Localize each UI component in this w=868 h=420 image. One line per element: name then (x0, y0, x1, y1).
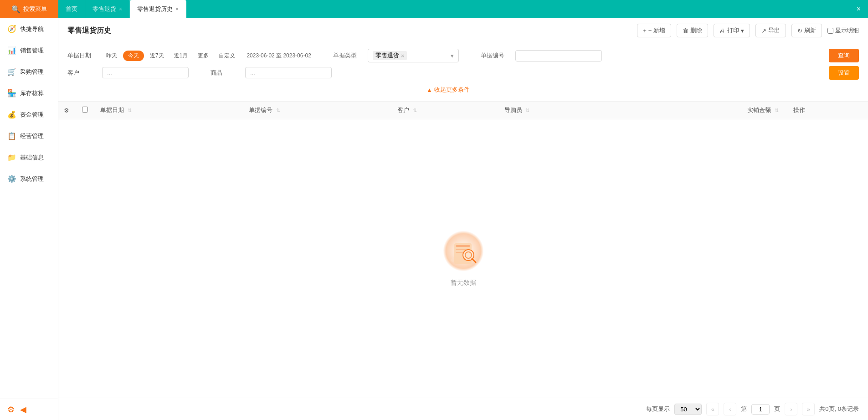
sidebar-item-operations[interactable]: 📋 经营管理 (0, 125, 58, 147)
filter-actions: 查询 设置 (829, 49, 859, 80)
new-icon: + (643, 27, 647, 34)
voucher-filter-input[interactable] (515, 50, 602, 61)
col-date-label: 单据日期 (100, 107, 124, 113)
sales-icon: 📊 (7, 46, 16, 55)
col-action-label: 操作 (793, 107, 805, 113)
search-menu-btn[interactable]: 🔍 搜索菜单 (0, 0, 58, 18)
table-header: ⚙ 单据日期 ⇅ 单据编号 ⇅ 客户 ⇅ (58, 102, 868, 119)
col-amount-sort-icon: ⇅ (775, 108, 779, 113)
tab-retail-return[interactable]: 零售退货 × (85, 0, 130, 18)
sidebar-item-purchase[interactable]: 🛒 采购管理 (0, 61, 58, 82)
col-date-sort-icon: ⇅ (128, 108, 132, 113)
voucher-filter-label: 单据编号 (481, 51, 508, 60)
settings-gear-icon[interactable]: ⚙ (7, 405, 15, 415)
refresh-button[interactable]: ↻ 刷新 (791, 24, 822, 37)
date-btn-custom[interactable]: 自定义 (215, 51, 239, 61)
col-number-label: 单据编号 (249, 107, 272, 113)
col-amount[interactable]: 实销金额 ⇅ (627, 102, 788, 119)
table-area: ⚙ 单据日期 ⇅ 单据编号 ⇅ 客户 ⇅ (58, 102, 868, 398)
customer-filter-input[interactable] (102, 67, 189, 78)
new-button[interactable]: + + 新增 (637, 24, 671, 37)
sidebar: 🧭 快捷导航 📊 销售管理 🛒 采购管理 🏪 库存核算 💰 资金管理 📋 经营管… (0, 18, 58, 420)
export-label: 导出 (768, 26, 780, 35)
operations-icon: 📋 (7, 132, 16, 140)
date-btn-1month[interactable]: 近1月 (170, 51, 192, 61)
filter-row-wrap: 单据日期 昨天 今天 近7天 近1月 更多 自定义 2023-06-02 至 2… (67, 49, 859, 96)
sidebar-item-sales-label: 销售管理 (20, 46, 44, 55)
svg-rect-2 (456, 245, 470, 247)
col-guide[interactable]: 导购员 ⇅ (499, 102, 627, 119)
empty-state: 暂无数据 (58, 119, 868, 398)
refresh-icon: ↻ (797, 27, 802, 34)
col-number-sort-icon: ⇅ (276, 108, 280, 113)
tab-home[interactable]: 首页 (58, 0, 85, 18)
col-settings[interactable]: ⚙ (58, 102, 77, 119)
sidebar-item-quick-nav-label: 快捷导航 (20, 25, 44, 33)
per-page-label: 每页显示 (646, 405, 670, 413)
prev-page-btn[interactable]: ‹ (724, 403, 736, 415)
content-area: 零售退货历史 + + 新增 🗑 删除 🖨 打印 ▾ ↗ 导出 (58, 18, 868, 420)
date-btn-today[interactable]: 今天 (123, 51, 144, 61)
tab-retail-return-history[interactable]: 零售退货历史 × (130, 0, 186, 18)
col-checkbox[interactable] (77, 102, 95, 119)
sidebar-item-finance[interactable]: 💰 资金管理 (0, 104, 58, 125)
purchase-icon: 🛒 (7, 67, 16, 76)
sidebar-item-basics[interactable]: 📁 基础信息 (0, 147, 58, 168)
col-customer-label: 客户 (397, 107, 409, 113)
collapse-label: 收起更多条件 (434, 86, 470, 94)
page-size-select[interactable]: 50 100 200 (674, 404, 702, 415)
print-arrow-icon: ▾ (741, 27, 744, 34)
print-button[interactable]: 🖨 打印 ▾ (714, 24, 750, 37)
filter-row-1: 单据日期 昨天 今天 近7天 近1月 更多 自定义 2023-06-02 至 2… (67, 49, 829, 62)
tab-retail-return-close[interactable]: × (119, 6, 122, 12)
first-page-btn[interactable]: « (706, 403, 719, 415)
filter-settings-button[interactable]: 设置 (829, 66, 859, 80)
select-all-checkbox[interactable] (82, 107, 88, 113)
type-filter-tag-remove[interactable]: × (401, 52, 405, 59)
date-btn-7days[interactable]: 近7天 (146, 51, 168, 61)
search-menu-label: 搜索菜单 (23, 5, 47, 13)
window-close-btn[interactable]: × (857, 5, 868, 13)
date-buttons: 昨天 今天 近7天 近1月 更多 自定义 (102, 51, 239, 61)
date-btn-more[interactable]: 更多 (194, 51, 213, 61)
col-action: 操作 (788, 102, 868, 119)
date-filter-label: 单据日期 (67, 51, 95, 60)
page-number-input[interactable] (751, 404, 770, 415)
col-customer[interactable]: 客户 ⇅ (392, 102, 499, 119)
delete-button[interactable]: 🗑 删除 (677, 24, 708, 37)
col-date[interactable]: 单据日期 ⇅ (95, 102, 243, 119)
col-guide-sort-icon: ⇅ (525, 108, 529, 113)
sidebar-item-quick-nav[interactable]: 🧭 快捷导航 (0, 18, 58, 40)
export-button[interactable]: ↗ 导出 (755, 24, 786, 37)
type-filter-tag-value: 零售退货 (375, 51, 399, 60)
show-detail-checkbox[interactable] (827, 28, 833, 34)
sidebar-item-sales[interactable]: 📊 销售管理 (0, 40, 58, 61)
tab-retail-return-history-close[interactable]: × (175, 6, 179, 12)
sidebar-item-inventory[interactable]: 🏪 库存核算 (0, 82, 58, 104)
query-button[interactable]: 查询 (829, 49, 859, 62)
tab-home-label: 首页 (66, 5, 77, 13)
last-page-btn[interactable]: » (802, 403, 815, 415)
collapse-sidebar-icon[interactable]: ◀ (20, 405, 26, 415)
goods-filter-input[interactable] (245, 67, 332, 78)
show-detail-toggle[interactable]: 显示明细 (827, 26, 859, 35)
page-label: 第 (741, 405, 747, 413)
next-page-btn[interactable]: › (785, 403, 797, 415)
main-layout: 🧭 快捷导航 📊 销售管理 🛒 采购管理 🏪 库存核算 💰 资金管理 📋 经营管… (0, 18, 868, 420)
print-icon: 🖨 (719, 27, 725, 34)
filter-row-2: 客户 商品 (67, 67, 829, 78)
sidebar-item-operations-label: 经营管理 (20, 132, 44, 140)
total-info: 共0页, 0条记录 (819, 405, 859, 413)
type-filter-select[interactable]: 零售退货 × ▾ (368, 49, 459, 62)
collapse-filters-btn[interactable]: ▲ 收起更多条件 (419, 84, 477, 96)
empty-icon (443, 230, 484, 271)
date-range-display: 2023-06-02 至 2023-06-02 (247, 52, 311, 60)
page-title: 零售退货历史 (67, 26, 111, 36)
type-filter-tag: 零售退货 × (373, 51, 407, 60)
sidebar-item-system[interactable]: ⚙️ 系统管理 (0, 168, 58, 190)
toolbar: + + 新增 🗑 删除 🖨 打印 ▾ ↗ 导出 ↻ (637, 24, 859, 37)
col-customer-sort-icon: ⇅ (413, 108, 417, 113)
date-btn-yesterday[interactable]: 昨天 (102, 51, 121, 61)
col-number[interactable]: 单据编号 ⇅ (243, 102, 392, 119)
show-detail-label: 显示明细 (835, 26, 859, 35)
